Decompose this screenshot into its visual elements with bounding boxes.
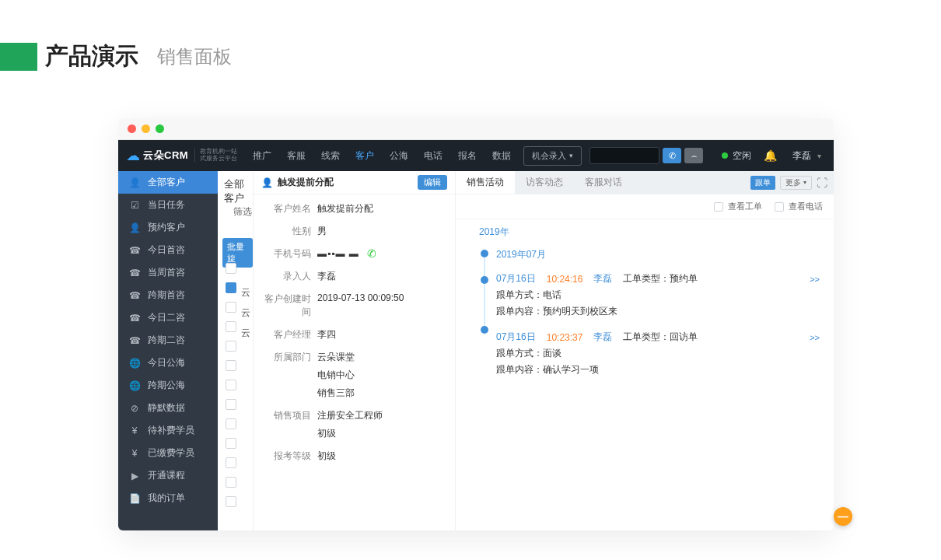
checkbox-row[interactable] [226, 496, 236, 507]
checkbox-row[interactable] [226, 399, 236, 410]
log-method: 跟单方式：电话 [496, 289, 820, 302]
log-time: 10:24:16 [547, 274, 583, 285]
nav-item[interactable]: 公海 [382, 140, 416, 171]
sidebar-item[interactable]: ⊘静默数据 [118, 397, 218, 419]
phone-icon[interactable]: ✆ [367, 247, 376, 260]
checkbox-row[interactable] [226, 360, 236, 371]
call-button[interactable]: ✆ [663, 148, 681, 163]
sidebar-item[interactable]: 📄我的订单 [118, 487, 218, 509]
opportunity-button[interactable]: 机会录入 ▾ [523, 146, 582, 166]
sidebar-icon: ☑ [129, 200, 140, 211]
sidebar-item[interactable]: ¥已缴费学员 [118, 442, 218, 464]
chevron-down-icon: ▾ [569, 152, 573, 159]
checkbox-row[interactable] [226, 302, 236, 313]
status-text: 空闲 [733, 149, 751, 163]
follow-button[interactable]: 跟单 [750, 176, 775, 190]
sidebar-item[interactable]: ☎当周首咨 [118, 261, 218, 284]
checkbox-icon [775, 202, 784, 212]
filter-call[interactable]: 查看电话 [775, 201, 823, 212]
sidebar-label: 今日首咨 [148, 243, 185, 257]
field-label: 客户创建时间 [261, 292, 317, 319]
chevron-down-icon[interactable]: ▾ [817, 152, 821, 160]
sidebar-item[interactable]: 👤预约客户 [118, 216, 218, 239]
timeline: 2019年 2019年07月 07月16日10:24:16李磊工单类型：预约单>… [456, 219, 834, 530]
nav-item[interactable]: 电话 [416, 140, 450, 171]
right-panel: 销售活动访客动态客服对话 跟单 更多 ▾ ⛶ 查看工单 查看电话 2019年 [456, 171, 834, 530]
bell-icon[interactable]: 🔔 [764, 149, 777, 162]
field-label: 性别 [261, 225, 317, 238]
checkbox-row[interactable] [226, 341, 236, 352]
hangup-icon: ⌢ [691, 151, 697, 161]
log-date: 07月16日 [496, 272, 536, 285]
nav-item[interactable]: 客服 [279, 140, 313, 171]
nav-item[interactable]: 数据 [484, 140, 519, 171]
tab[interactable]: 销售活动 [456, 171, 515, 194]
user-name[interactable]: 李磊 [792, 149, 811, 163]
sidebar: 👤全部客户☑当日任务👤预约客户☎今日首咨☎当周首咨☎跨期首咨☎今日二咨☎跨期二咨… [118, 171, 218, 530]
checkbox-row[interactable] [226, 321, 236, 332]
sidebar-item[interactable]: 🌐今日公海 [118, 352, 218, 374]
checkbox-row[interactable] [226, 418, 236, 429]
checkbox-row[interactable] [226, 282, 236, 293]
tab[interactable]: 客服对话 [574, 171, 633, 194]
checkbox-row[interactable] [226, 380, 236, 390]
banner-accent [0, 43, 37, 71]
hangup-button[interactable]: ⌢ [684, 148, 703, 163]
cloud-icon: ☁ [126, 147, 140, 164]
log-item: 07月16日10:23:37李磊工单类型：回访单>>跟单方式：面谈跟单内容：确认… [496, 331, 820, 376]
nav-item[interactable]: 客户 [348, 140, 382, 171]
list-column: 全部客户 筛选 批量旋 云 云 云 [218, 171, 254, 530]
log-head: 07月16日10:24:16李磊工单类型：预约单>> [496, 272, 820, 285]
topnav: ☁ 云朵CRM 教育机构一站 式服务云平台 推广客服线索客户公海电话报名数据 机… [118, 140, 834, 171]
list-cell[interactable]: 云 [241, 286, 250, 299]
log-expand[interactable]: >> [810, 333, 820, 342]
sidebar-item[interactable]: 👤全部客户 [118, 171, 218, 194]
sidebar-item[interactable]: ☎跨期首咨 [118, 284, 218, 306]
field-value: 李四 [317, 328, 447, 341]
timeline-bullet-icon [481, 276, 488, 284]
sidebar-item[interactable]: ▶开通课程 [118, 464, 218, 487]
sidebar-item[interactable]: ☎今日二咨 [118, 306, 218, 329]
nav-item[interactable]: 线索 [313, 140, 348, 171]
close-icon[interactable] [128, 124, 136, 133]
nav-item[interactable]: 报名 [450, 140, 484, 171]
checkbox-header[interactable] [226, 263, 236, 274]
field-value: 注册安全工程师 [317, 409, 447, 422]
field-value: 2019-07-13 00:09:50 [317, 292, 447, 303]
sidebar-item[interactable]: 🌐跨期公海 [118, 374, 218, 397]
field-label: 客户经理 [261, 328, 317, 341]
list-cell[interactable]: 云 [241, 327, 250, 340]
checkbox-row[interactable] [226, 477, 236, 488]
filter-bar: 查看工单 查看电话 [456, 194, 834, 219]
nav-item[interactable]: 推广 [245, 140, 279, 171]
sidebar-item[interactable]: ☎今日首咨 [118, 239, 218, 261]
minimize-icon[interactable] [142, 124, 150, 133]
brand-text: 云朵CRM [143, 149, 188, 163]
sidebar-icon: ☎ [129, 268, 140, 278]
list-cell[interactable]: 云 [241, 306, 250, 320]
zoom-icon[interactable] [156, 124, 164, 133]
tab[interactable]: 访客动态 [515, 171, 574, 194]
sidebar-item[interactable]: ☎跨期二咨 [118, 329, 218, 352]
more-button[interactable]: 更多 ▾ [780, 176, 812, 190]
opportunity-label: 机会录入 [532, 150, 566, 162]
brand: ☁ 云朵CRM 教育机构一站 式服务云平台 [118, 140, 245, 171]
banner: 产品演示 销售面板 [0, 40, 232, 72]
tab-tools: 跟单 更多 ▾ ⛶ [750, 171, 834, 194]
checkbox-row[interactable] [226, 457, 236, 468]
sidebar-item[interactable]: ¥待补费学员 [118, 419, 218, 442]
timeline-list: 2019年07月 07月16日10:24:16李磊工单类型：预约单>>跟单方式：… [479, 248, 820, 376]
sidebar-item[interactable]: ☑当日任务 [118, 194, 218, 216]
fab-minimize-button[interactable]: — [834, 507, 852, 526]
sidebar-icon: ▶ [129, 471, 140, 481]
search-input[interactable] [589, 147, 659, 164]
log-expand[interactable]: >> [810, 275, 820, 284]
sidebar-icon: 🌐 [129, 380, 140, 391]
sidebar-icon: 👤 [129, 222, 140, 233]
edit-button[interactable]: 编辑 [418, 175, 447, 190]
checkbox-row[interactable] [226, 438, 236, 449]
field-label: 报考等级 [261, 450, 317, 463]
log-user: 李磊 [593, 331, 612, 344]
filter-ticket[interactable]: 查看工单 [714, 201, 762, 212]
maximize-icon[interactable]: ⛶ [817, 177, 827, 189]
